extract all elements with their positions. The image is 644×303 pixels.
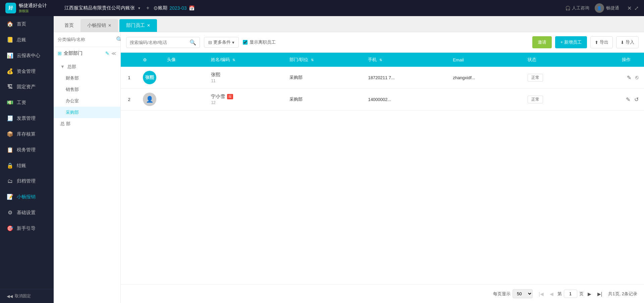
- tab-home[interactable]: 首页: [59, 19, 79, 32]
- logo-area: 好 畅捷通好会计 旗舰版: [5, 3, 59, 13]
- all-dept-label: 全部部门: [64, 50, 83, 56]
- funds-icon: 💰: [7, 68, 13, 74]
- last-page-button[interactable]: ▶|: [595, 291, 604, 297]
- user-avatar: 👤: [595, 3, 604, 13]
- closing-icon: 🔒: [7, 162, 13, 169]
- app-subtitle: 旗舰版: [19, 9, 47, 13]
- close-window-button[interactable]: ✕: [627, 5, 632, 11]
- row1-edit-icon[interactable]: ✎: [627, 74, 631, 81]
- payroll-icon: 💵: [7, 99, 13, 106]
- period-display: 账期 2023-03 📅: [158, 5, 194, 11]
- row2-index: 2: [121, 89, 138, 110]
- reports-icon: 📊: [7, 52, 13, 59]
- employee-search-box[interactable]: 🔍: [126, 37, 200, 48]
- per-page-dropdown[interactable]: 50 10 20 100: [513, 289, 533, 298]
- collapse-dept-icon[interactable]: ≪: [111, 51, 116, 56]
- prev-page-button[interactable]: ◀: [548, 291, 555, 297]
- row1-avatar-cell: 张熙: [138, 67, 162, 89]
- sidebar-item-tax[interactable]: 📋 税务管理: [0, 142, 54, 158]
- per-page-label: 每页显示: [493, 291, 511, 297]
- col-name-sort-icon: ⇅: [232, 58, 235, 62]
- sidebar-item-expense[interactable]: 📝 小畅报销: [0, 189, 54, 205]
- user-area[interactable]: 👤 畅捷通: [595, 3, 619, 13]
- row2-name-cell: 宁小雪 应 12: [206, 89, 284, 110]
- row1-email: zhangxidf...: [447, 67, 522, 89]
- tab-employees[interactable]: 部门员工 ✕: [119, 19, 157, 32]
- row2-avatar-cell: 👤: [138, 89, 162, 110]
- inner-layout: 🔍 ⊞ 全部部门 ✎ ≪ ▼: [54, 32, 644, 303]
- row2-status: 正常: [522, 89, 582, 110]
- invite-button[interactable]: 邀请: [532, 36, 552, 48]
- col-index: [121, 53, 138, 67]
- col-name[interactable]: 姓名/编码 ⇅: [206, 53, 284, 67]
- show-resigned-checkbox[interactable]: [243, 40, 248, 45]
- dept-tree-hq[interactable]: ▼ 总部: [54, 61, 120, 72]
- col-email: Email: [447, 53, 522, 67]
- sidebar-item-invoices[interactable]: 🧾 发票管理: [0, 110, 54, 126]
- col-dept[interactable]: 部门/职位 ⇅: [284, 53, 363, 67]
- sidebar-item-archive[interactable]: 🗂 归档管理: [0, 173, 54, 189]
- dept-search-input[interactable]: [58, 37, 114, 42]
- expense-icon: 📝: [7, 194, 13, 200]
- current-page-input[interactable]: [564, 290, 577, 298]
- tab-expense-close-icon[interactable]: ✕: [108, 23, 111, 28]
- row1-status-badge: 正常: [528, 74, 543, 82]
- tab-employees-close-icon[interactable]: ✕: [147, 23, 150, 28]
- dept-tree-purchase[interactable]: 采购部: [54, 107, 120, 118]
- col-settings[interactable]: ⚙: [138, 53, 162, 67]
- sidebar-item-closing[interactable]: 🔒 结账: [0, 158, 54, 173]
- row2-edit-icon[interactable]: ✎: [626, 96, 630, 103]
- edit-dept-icon[interactable]: ✎: [105, 51, 109, 56]
- sidebar-item-guide[interactable]: 🎯 新手引导: [0, 220, 54, 236]
- sidebar-item-inventory[interactable]: 📦 库存核算: [0, 126, 54, 142]
- col-status: 状态: [522, 53, 582, 67]
- filter-button[interactable]: ⊟ 更多条件 ▾: [204, 37, 239, 48]
- assets-icon: 🏗: [7, 84, 13, 90]
- show-resigned-area: 显示离职员工: [243, 39, 276, 45]
- sidebar-item-home[interactable]: 🏠 首页: [0, 16, 54, 32]
- dept-tree-office[interactable]: 办公室: [54, 95, 120, 107]
- top-header: 好 畅捷通好会计 旗舰版 江西服宝精品有限责任公司内账张 ▼ + ⚙ 账期 20…: [0, 0, 644, 16]
- next-page-button[interactable]: ▶: [586, 291, 593, 297]
- row2-name-main: 宁小雪 应: [211, 94, 279, 100]
- first-page-button[interactable]: |◀: [537, 291, 546, 297]
- dept-tree-general[interactable]: 总 部: [54, 118, 120, 130]
- dept-search-icon[interactable]: 🔍: [116, 36, 121, 43]
- calendar-icon[interactable]: 📅: [189, 5, 195, 11]
- home-icon: 🏠: [7, 21, 13, 27]
- dept-tree-finance[interactable]: 财务部: [54, 72, 120, 84]
- all-dept-header[interactable]: ⊞ 全部部门 ✎ ≪: [54, 47, 120, 60]
- col-phone[interactable]: 手机 ⇅: [363, 53, 447, 67]
- dept-general-label: 总 部: [60, 121, 70, 126]
- row1-delete-icon[interactable]: ⎋: [635, 74, 639, 81]
- department-panel: 🔍 ⊞ 全部部门 ✎ ≪ ▼: [54, 32, 121, 303]
- inventory-icon: 📦: [7, 131, 13, 137]
- add-company-button[interactable]: +: [146, 5, 149, 11]
- support-button[interactable]: 🎧 人工咨询: [565, 5, 589, 11]
- sidebar-item-assets[interactable]: 🏗 固定资产: [0, 79, 54, 95]
- row2-refresh-icon[interactable]: ↺: [634, 96, 639, 103]
- sidebar: 🏠 首页 📒 总账 📊 云报表中心 💰 资金管理 🏗 固定资产 💵 工资 🧾 发…: [0, 16, 54, 303]
- toolbar-right: 邀请 + 新增员工 ⬆ 导出 ⬇ 导入: [532, 36, 639, 48]
- sidebar-item-funds[interactable]: 💰 资金管理: [0, 63, 54, 79]
- tab-expense[interactable]: 小畅报销 ✕: [80, 19, 118, 32]
- maximize-window-button[interactable]: ⤢: [634, 5, 639, 11]
- export-button[interactable]: ⬆ 导出: [590, 36, 613, 48]
- settings-icon[interactable]: ⚙: [153, 5, 158, 11]
- unpin-button[interactable]: ◀◀ 取消固定: [0, 289, 54, 303]
- sidebar-item-ledger[interactable]: 📒 总账: [0, 32, 54, 48]
- import-button[interactable]: ⬇ 导入: [616, 36, 639, 48]
- sidebar-item-payroll[interactable]: 💵 工资: [0, 95, 54, 110]
- employee-search-input[interactable]: [130, 40, 187, 45]
- col-phone-sort-icon: ⇅: [379, 58, 382, 62]
- row1-name: 张熙: [211, 72, 220, 78]
- sidebar-item-settings[interactable]: ⚙ 基础设置: [0, 205, 54, 220]
- row2-name-block: 宁小雪 应 12: [211, 94, 279, 105]
- dept-tree-sales[interactable]: 销售部: [54, 84, 120, 95]
- all-dept-label-area: ⊞ 全部部门: [58, 50, 83, 56]
- table-settings-icon[interactable]: ⚙: [143, 57, 147, 62]
- sidebar-item-reports[interactable]: 📊 云报表中心: [0, 48, 54, 63]
- add-employee-button[interactable]: + 新增员工: [555, 36, 587, 48]
- company-selector[interactable]: 江西服宝精品有限责任公司内账张 ▼: [64, 5, 141, 11]
- row2-dept: 采购部: [284, 89, 363, 110]
